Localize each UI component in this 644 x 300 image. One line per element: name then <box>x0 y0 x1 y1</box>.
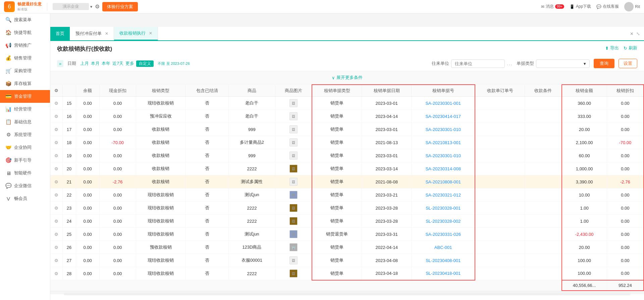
goods-image-5: 🖼 <box>289 165 298 173</box>
sidebar-item-快捷导航[interactable]: 🏠快捷导航 <box>0 26 50 39</box>
sidebar-label-5: 库存核算 <box>14 81 32 87</box>
sidebar-item-库存核算[interactable]: 📦库存核算 <box>0 77 50 90</box>
td-goods-image: 🖼 <box>275 215 312 228</box>
td-receipt-order-no <box>475 123 525 136</box>
maximize-icon[interactable]: ⤡ <box>636 31 640 36</box>
bill-no-link-1[interactable]: SA-20230414-017 <box>425 114 461 119</box>
app-download-button[interactable]: 📱 App下载 <box>570 4 591 9</box>
td-cash-discount: 0.00 <box>99 123 136 136</box>
tab-close-1[interactable]: ✕ <box>105 31 108 36</box>
td-verify-bill-type: 销货单 <box>312 110 362 123</box>
bill-no-link-3[interactable]: SA-20210813-001 <box>425 140 461 145</box>
td-receipt-order-no <box>475 241 525 254</box>
more-date-link[interactable]: 更多 <box>125 60 134 67</box>
custom-date-button[interactable]: 自定义 <box>136 60 154 67</box>
sidebar-label-3: 销售管理 <box>14 55 32 61</box>
td-gear[interactable]: ⚙ <box>50 202 62 215</box>
query-button[interactable]: 查询 <box>594 59 614 68</box>
sidebar-item-智能硬件[interactable]: 🖥智能硬件 <box>0 167 50 179</box>
sidebar-item-系统管理[interactable]: ⚙系统管理 <box>0 128 50 141</box>
settings-gear-icon[interactable]: ⚙ <box>95 3 100 10</box>
td-included-settled: 否 <box>185 267 228 280</box>
bill-no-link-5[interactable]: SA-20230314-008 <box>425 166 461 171</box>
bill-no-link-12[interactable]: SL-20230408-001 <box>426 258 461 263</box>
this-year-link[interactable]: 本年 <box>102 60 110 67</box>
more-options-dots[interactable]: ... <box>507 61 513 66</box>
sidebar-item-基础信息[interactable]: 📋基础信息 <box>0 116 50 128</box>
bill-no-link-2[interactable]: SA-20230301-010 <box>425 127 461 132</box>
app-logo-icon: 6 <box>4 1 15 12</box>
industry-solution-button[interactable]: 体验行业方案 <box>102 2 138 11</box>
sidebar-item-企业微信[interactable]: 💬企业微信 <box>0 179 50 192</box>
bill-no-link-7[interactable]: SA-20230321-012 <box>425 192 461 198</box>
tab-close-2[interactable]: ✕ <box>149 31 152 36</box>
td-verify-type: 收款核销 <box>136 175 185 188</box>
tab-bar-actions: ✕ ⤡ <box>626 27 644 40</box>
bill-no-link-10[interactable]: SA-20230331-026 <box>425 232 461 237</box>
page-header: 收款核销执行(按收款) ⬆ 导出 ↻ 刷新 » 日期 <box>50 41 644 71</box>
tab-1[interactable]: 预付冲应付单✕ <box>70 27 114 40</box>
td-verify-discount: -2.76 <box>607 175 644 188</box>
td-gear[interactable]: ⚙ <box>50 149 62 162</box>
bill-no-link-0[interactable]: SA-20230301-001 <box>425 101 461 106</box>
bill-no-link-8[interactable]: SL-20230328-001 <box>426 206 461 211</box>
td-balance: 0.00 <box>76 267 99 280</box>
app-name: 畅捷通好生意 标准版 <box>17 2 42 11</box>
th-cash-discount: 现金折扣 <box>99 85 136 97</box>
sidebar-item-资金管理[interactable]: 💳资金管理 <box>0 90 50 103</box>
td-gear[interactable]: ⚙ <box>50 188 62 202</box>
sidebar-icon-8: 📋 <box>5 119 11 125</box>
bill-no-link-13[interactable]: SL-20230418-001 <box>426 271 461 276</box>
bill-no-link-11[interactable]: ABC-001 <box>434 245 452 250</box>
last-month-link[interactable]: 上月 <box>80 60 89 67</box>
td-verify-bill-no: ABC-001 <box>412 241 475 254</box>
voucher-type-select[interactable]: ▾ <box>536 59 590 68</box>
expand-left-button[interactable]: » <box>57 60 63 67</box>
date-filter-label: 日期 <box>67 60 76 67</box>
td-verify-discount: 0.00 <box>607 228 644 241</box>
sidebar-item-销售管理[interactable]: 💰销售管理 <box>0 52 50 65</box>
th-gear[interactable]: ⚙ <box>50 85 62 97</box>
this-month-link[interactable]: 本月 <box>91 60 100 67</box>
td-gear[interactable]: ⚙ <box>50 110 62 123</box>
td-gear[interactable]: ⚙ <box>50 175 62 188</box>
td-gear[interactable]: ⚙ <box>50 267 62 280</box>
td-gear[interactable]: ⚙ <box>50 162 62 175</box>
td-balance: 0.00 <box>76 110 99 123</box>
close-window-icon[interactable]: ✕ <box>630 31 634 36</box>
sidebar-item-营销推广[interactable]: 📢营销推广 <box>0 39 50 52</box>
td-gear[interactable]: ⚙ <box>50 254 62 267</box>
sidebar-item-企业协同[interactable]: 🤝企业协同 <box>0 141 50 154</box>
settings-button[interactable]: 设置 <box>619 59 637 68</box>
td-verify-amount: 20.00 <box>562 241 607 254</box>
export-button[interactable]: ⬆ 导出 <box>605 45 619 51</box>
sidebar-item-新手引导[interactable]: 🎯新手引导 <box>0 154 50 167</box>
sidebar-item-经营管理[interactable]: 📊经营管理 <box>0 103 50 116</box>
refresh-button[interactable]: ↻ 刷新 <box>624 45 637 51</box>
messages-button[interactable]: ✉ 消息 99+ <box>541 4 564 9</box>
user-profile[interactable]: Rit <box>624 2 640 11</box>
bill-no-link-4[interactable]: SA-20230301-010 <box>425 153 461 158</box>
td-gear[interactable]: ⚙ <box>50 97 62 110</box>
company-selector[interactable]: 演示企业 ▾ <box>53 3 92 10</box>
horizontal-scrollbar[interactable] <box>64 293 631 295</box>
td-gear[interactable]: ⚙ <box>50 136 62 149</box>
counterparty-input[interactable] <box>451 59 505 68</box>
td-gear[interactable]: ⚙ <box>50 228 62 241</box>
goods-image-13: 🖼 <box>289 269 298 277</box>
last-7days-link[interactable]: 近7天 <box>112 60 123 67</box>
td-goods: 2222 <box>228 267 275 280</box>
td-gear[interactable]: ⚙ <box>50 215 62 228</box>
bill-no-link-6[interactable]: SA-20210808-001 <box>425 179 461 184</box>
td-gear[interactable]: ⚙ <box>50 241 62 254</box>
sidebar-item-采购管理[interactable]: 🛒采购管理 <box>0 65 50 77</box>
tab-0[interactable]: 首页 <box>50 27 70 40</box>
expand-more-button[interactable]: ∨ 展开更多条件 <box>50 75 644 81</box>
sidebar-item-搜索菜单[interactable]: 🔍搜索菜单 <box>0 13 50 26</box>
td-verify-amount: -2,430.00 <box>562 228 607 241</box>
tab-2[interactable]: 收款核销执行✕ <box>114 27 158 40</box>
td-gear[interactable]: ⚙ <box>50 123 62 136</box>
online-service-button[interactable]: 💬 在线客服 <box>596 4 619 9</box>
sidebar-item-畅会员[interactable]: V畅会员 <box>0 192 50 205</box>
bill-no-link-9[interactable]: SL-20230328-002 <box>426 219 461 224</box>
